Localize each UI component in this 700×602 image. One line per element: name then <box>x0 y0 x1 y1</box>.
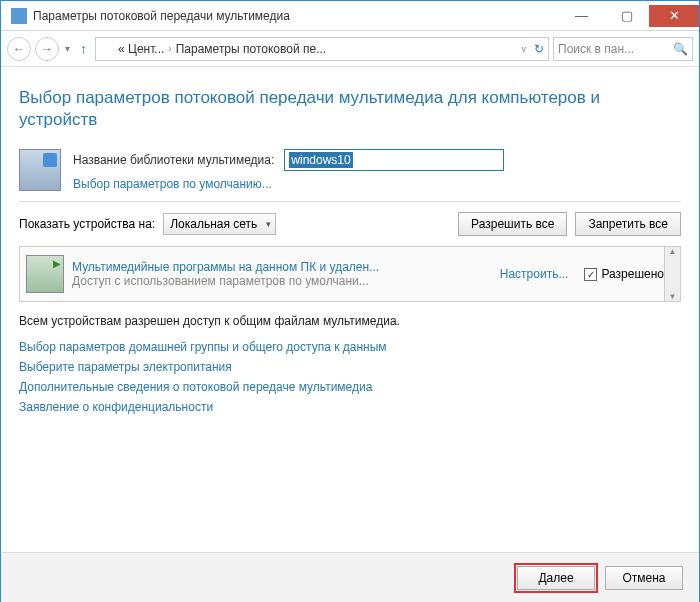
allow-all-button[interactable]: Разрешить все <box>458 212 567 236</box>
refresh-icon[interactable]: ↻ <box>534 42 544 56</box>
address-bar[interactable]: « Цент... › Параметры потоковой пе... v … <box>95 37 549 61</box>
power-link[interactable]: Выберите параметры электропитания <box>19 360 681 374</box>
customize-link[interactable]: Настроить... <box>500 267 569 281</box>
titlebar: Параметры потоковой передачи мультимедиа… <box>1 1 699 31</box>
content-area: Выбор параметров потоковой передачи муль… <box>1 67 699 414</box>
scrollbar[interactable]: ▲▼ <box>664 247 680 301</box>
library-row: Название библиотеки мультимедиа: windows… <box>19 149 681 191</box>
window-title: Параметры потоковой передачи мультимедиа <box>33 9 559 23</box>
related-links: Выбор параметров домашней группы и общег… <box>19 340 681 414</box>
location-icon <box>100 42 114 56</box>
show-devices-row: Показать устройства на: Локальная сеть Р… <box>19 212 681 236</box>
library-name-input[interactable]: windows10 <box>284 149 504 171</box>
defaults-link[interactable]: Выбор параметров по умолчанию... <box>73 177 272 191</box>
device-icon <box>26 255 64 293</box>
network-scope-combo[interactable]: Локальная сеть <box>163 213 276 235</box>
allowed-label: Разрешено <box>601 267 664 281</box>
device-access: Доступ с использованием параметров по ум… <box>72 274 484 288</box>
next-button[interactable]: Далее <box>517 566 595 590</box>
checkbox-icon: ✓ <box>584 268 597 281</box>
page-title: Выбор параметров потоковой передачи муль… <box>19 87 681 131</box>
privacy-link[interactable]: Заявление о конфиденциальности <box>19 400 681 414</box>
up-button[interactable]: ↑ <box>76 41 91 57</box>
show-devices-label: Показать устройства на: <box>19 217 155 231</box>
footer: Далее Отмена <box>1 552 699 602</box>
search-input[interactable]: Поиск в пан... 🔍 <box>553 37 693 61</box>
media-server-icon <box>19 149 61 191</box>
minimize-button[interactable]: — <box>559 5 604 27</box>
search-icon: 🔍 <box>673 42 688 56</box>
breadcrumb-segment[interactable]: Параметры потоковой пе... <box>176 42 326 56</box>
maximize-button[interactable]: ▢ <box>604 5 649 27</box>
scroll-up-icon: ▲ <box>669 247 677 256</box>
homegroup-link[interactable]: Выбор параметров домашней группы и общег… <box>19 340 681 354</box>
allowed-checkbox[interactable]: ✓ Разрешено <box>584 267 664 281</box>
app-icon <box>11 8 27 24</box>
close-button[interactable]: ✕ <box>649 5 699 27</box>
cancel-button[interactable]: Отмена <box>605 566 683 590</box>
breadcrumb-segment[interactable]: « Цент... <box>118 42 164 56</box>
chevron-right-icon: › <box>168 43 171 54</box>
status-text: Всем устройствам разрешен доступ к общим… <box>19 314 681 328</box>
library-label: Название библиотеки мультимедиа: <box>73 153 274 167</box>
search-placeholder: Поиск в пан... <box>558 42 669 56</box>
history-dropdown-icon[interactable]: ▾ <box>63 43 72 54</box>
scroll-down-icon: ▼ <box>669 292 677 301</box>
block-all-button[interactable]: Запретить все <box>575 212 681 236</box>
back-button[interactable]: ← <box>7 37 31 61</box>
device-item[interactable]: Мультимедийные программы на данном ПК и … <box>72 260 484 288</box>
address-dropdown-icon[interactable]: v <box>522 44 527 54</box>
device-name: Мультимедийные программы на данном ПК и … <box>72 260 484 274</box>
device-list: Мультимедийные программы на данном ПК и … <box>19 246 681 302</box>
divider <box>19 201 681 202</box>
forward-button[interactable]: → <box>35 37 59 61</box>
more-info-link[interactable]: Дополнительные сведения о потоковой пере… <box>19 380 681 394</box>
nav-toolbar: ← → ▾ ↑ « Цент... › Параметры потоковой … <box>1 31 699 67</box>
